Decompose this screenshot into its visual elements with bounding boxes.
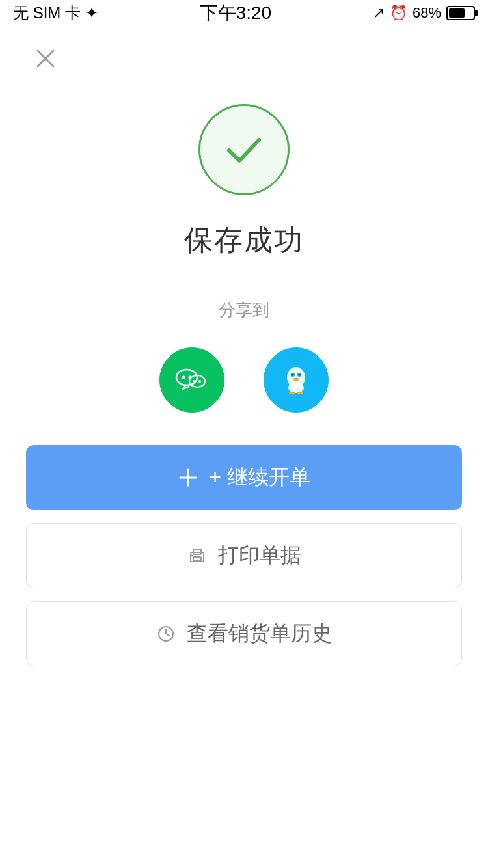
status-bar: 无 SIM 卡 ✦ 下午3:20 ↗ ⏰ 68% — [0, 0, 488, 26]
print-icon — [187, 545, 208, 566]
wechat-share-button[interactable] — [159, 347, 224, 413]
success-section: 保存成功 — [26, 104, 462, 260]
svg-line-25 — [166, 634, 169, 636]
history-button[interactable]: 查看销货单历史 — [26, 601, 462, 666]
main-content: 保存成功 分享到 — [0, 26, 488, 705]
share-icons — [26, 347, 462, 413]
svg-point-15 — [289, 392, 295, 394]
battery-percent: 68% — [413, 5, 441, 21]
close-button[interactable] — [26, 39, 65, 78]
checkmark-icon — [221, 127, 267, 172]
status-time: 下午3:20 — [200, 1, 272, 25]
svg-point-16 — [297, 392, 303, 394]
status-left: 无 SIM 卡 ✦ — [13, 3, 98, 23]
svg-point-3 — [182, 376, 185, 379]
share-section: 分享到 — [26, 299, 462, 413]
print-button[interactable]: 打印单据 — [26, 523, 462, 588]
svg-rect-21 — [193, 557, 201, 561]
share-label: 分享到 — [219, 299, 269, 321]
battery-icon — [446, 6, 475, 20]
svg-point-6 — [193, 380, 196, 383]
share-divider: 分享到 — [26, 299, 462, 321]
svg-point-11 — [292, 374, 294, 376]
qq-icon — [277, 360, 316, 400]
continue-button[interactable]: + 继续开单 — [26, 445, 462, 510]
plus-icon — [178, 467, 198, 488]
print-label: 打印单据 — [218, 541, 301, 570]
alarm-icon: ⏰ — [390, 5, 407, 21]
action-buttons: + 继续开单 打印单据 查看销 — [26, 445, 462, 666]
svg-point-13 — [293, 378, 299, 381]
continue-label: + 继续开单 — [209, 463, 310, 492]
qq-share-button[interactable] — [264, 347, 329, 413]
plus-svg — [178, 467, 198, 488]
history-icon — [156, 623, 176, 644]
success-title: 保存成功 — [184, 221, 304, 260]
status-right: ↗ ⏰ 68% — [373, 5, 475, 21]
history-svg — [156, 623, 176, 644]
location-icon: ↗ — [373, 5, 385, 21]
svg-point-22 — [191, 555, 193, 557]
svg-point-2 — [176, 370, 197, 385]
wechat-icon — [172, 360, 211, 400]
svg-point-12 — [299, 374, 301, 376]
svg-point-7 — [198, 380, 201, 383]
history-label: 查看销货单历史 — [187, 619, 332, 648]
sim-label: 无 SIM 卡 ✦ — [13, 3, 98, 23]
success-circle — [198, 104, 290, 195]
svg-point-14 — [288, 383, 304, 393]
close-icon — [34, 47, 57, 70]
print-svg — [187, 545, 208, 566]
